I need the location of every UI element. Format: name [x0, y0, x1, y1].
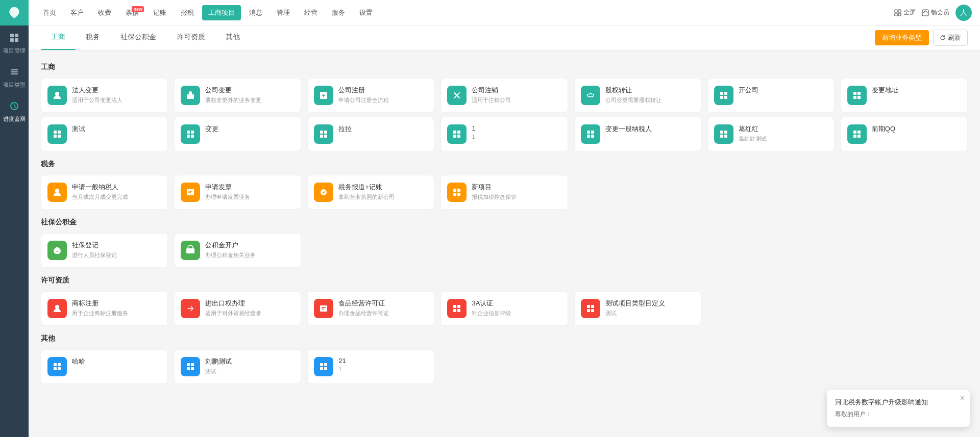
tab-shuiwu[interactable]: 税务	[76, 25, 110, 50]
card-mo-hong-hong[interactable]: 葛红红 葛红红测试	[707, 117, 835, 151]
card-desc-trademark: 用于企业商标注册服务	[72, 310, 128, 317]
card-liupeng-test[interactable]: 刘鹏测试 测试	[174, 349, 301, 384]
card-twentyone[interactable]: 21 1	[307, 349, 434, 384]
nav-manage[interactable]: 管理	[271, 5, 296, 20]
nav-message[interactable]: 消息	[243, 5, 268, 20]
card-title-3a-cert: 3A认证	[472, 299, 511, 308]
card-title-apply-tax: 申请一般纳税人	[72, 183, 128, 192]
svg-rect-75	[187, 363, 190, 366]
svg-rect-21	[857, 92, 861, 95]
card-change-address[interactable]: 变更地址	[841, 78, 968, 113]
svg-rect-56	[457, 189, 460, 192]
nav-settings[interactable]: 设置	[353, 5, 379, 20]
cards-grid-xuke: 商标注册 用于企业商标注册服务 进出口权办理 适用于对外贸易经营者	[41, 291, 968, 326]
card-gjj-open[interactable]: 公积金开户 办理公积金相关业务	[174, 233, 301, 268]
svg-rect-8	[895, 10, 897, 12]
svg-rect-82	[324, 367, 327, 370]
cards-grid-gongshang-row1: 法人变更 适用于公司变更法人 公司变更 股权变更外的业务变更	[41, 78, 968, 113]
card-company-change[interactable]: 公司变更 股权变更外的业务变更	[174, 78, 301, 113]
section-title-gongshang: 工商	[41, 63, 968, 72]
tab-xuke[interactable]: 许可资质	[166, 25, 215, 50]
sidebar-logo[interactable]	[0, 0, 29, 25]
card-title-company-register: 公司注册	[338, 86, 389, 95]
vip-button[interactable]: 畅会员	[922, 8, 949, 17]
card-legal-change[interactable]: 法人变更 适用于公司变更法人	[41, 78, 168, 113]
svg-rect-11	[898, 13, 901, 16]
svg-rect-45	[724, 131, 727, 134]
nav-tax[interactable]: 报税	[175, 5, 200, 20]
card-test-project-type[interactable]: 测试项目类型目定义 测试	[574, 291, 701, 326]
new-type-button[interactable]: 新增业务类型	[875, 30, 929, 45]
card-info-legal-change: 法人变更 适用于公司变更法人	[72, 86, 122, 104]
svg-rect-68	[591, 305, 594, 308]
fullscreen-button[interactable]: 全屏	[894, 8, 916, 17]
nav-service[interactable]: 服务	[326, 5, 351, 20]
card-icon-gjj-open	[181, 241, 200, 260]
nav-bizproject[interactable]: 工商项目	[202, 5, 241, 20]
card-desc-test-project-type: 测试	[605, 310, 665, 317]
card-trademark[interactable]: 商标注册 用于企业商标注册服务	[41, 291, 168, 326]
tab-gongshang[interactable]: 工商	[41, 25, 76, 50]
cards-grid-qita: 哈哈 刘鹏测试 测试	[41, 349, 968, 384]
card-3a-cert[interactable]: 3A认证 对企业信誉评级	[440, 291, 568, 326]
card-desc-new-project: 报税加税控盘保管	[472, 193, 517, 201]
svg-rect-32	[320, 131, 323, 134]
page-body: 工商 法人变更 适用于公司变更法人	[29, 50, 980, 396]
svg-rect-17	[724, 92, 727, 95]
sidebar-item-progress-monitor[interactable]: 进度监测	[0, 94, 29, 128]
card-icon-trademark	[47, 299, 67, 318]
card-tax-report[interactable]: 税务报道+记账 拿到营业执照的新公司	[307, 175, 434, 210]
card-apply-invoice[interactable]: 申请发票 办理申请发票业务	[174, 175, 301, 210]
refresh-icon	[940, 35, 946, 41]
nav-ticket[interactable]: 票据 new	[119, 5, 145, 20]
card-desc-import-export: 适用于对外贸易经营者	[205, 310, 261, 317]
svg-point-52	[55, 189, 59, 193]
card-open-company[interactable]: 开公司	[707, 78, 835, 113]
card-apply-tax[interactable]: 申请一般纳税人 当月或次月成变更完成	[41, 175, 168, 210]
notification-content: 尊敬的用户：	[835, 410, 962, 419]
svg-rect-23	[857, 96, 861, 99]
tab-shebao[interactable]: 社保公积金	[110, 25, 166, 50]
card-shebao-register[interactable]: 社保登记 进行人员社保登记	[41, 233, 168, 268]
sidebar-item-project-manage[interactable]: 项目管理	[0, 25, 29, 60]
card-info-company-register: 公司注册 申请公司注册全流程	[338, 86, 389, 104]
card-import-export[interactable]: 进出口权办理 适用于对外贸易经营者	[174, 291, 301, 326]
card-one[interactable]: 1 1	[440, 117, 568, 151]
card-food-license[interactable]: 食品经营许可证 办理食品经营许可证	[307, 291, 434, 326]
card-info-company-change: 公司变更 股权变更外的业务变更	[205, 86, 261, 104]
sub-header: 工商 税务 社保公积金 许可资质 其他 新增业务类型 刷新	[29, 25, 980, 50]
card-equity-transfer[interactable]: 股权转让 公司变更需要股权转让	[574, 78, 701, 113]
card-change[interactable]: 变更	[174, 117, 301, 151]
tab-qita[interactable]: 其他	[215, 25, 250, 50]
nav-customer[interactable]: 客户	[64, 5, 90, 20]
card-desc-legal-change: 适用于公司变更法人	[72, 96, 122, 104]
card-qianqi-qq[interactable]: 前期QQ	[841, 117, 968, 151]
nav-home[interactable]: 首页	[37, 5, 62, 20]
card-lala[interactable]: 拉拉	[307, 117, 434, 151]
nav-billing[interactable]: 收费	[92, 5, 117, 20]
nav-operation[interactable]: 经营	[298, 5, 324, 20]
cards-grid-gongshang-row2: 测试 变更	[41, 117, 968, 151]
svg-rect-80	[324, 363, 327, 366]
user-avatar[interactable]: 人	[955, 5, 972, 21]
card-new-project[interactable]: 新项目 报税加税控盘保管	[440, 175, 568, 210]
svg-rect-60	[189, 250, 191, 251]
svg-rect-38	[453, 135, 456, 138]
cards-grid-shuiwu: 申请一般纳税人 当月或次月成变更完成 申请发票 办理申请发票业务	[41, 175, 968, 210]
card-company-register[interactable]: 公司注册 申请公司注册全流程	[307, 78, 434, 113]
notification-close-button[interactable]: ×	[960, 394, 965, 403]
card-icon-change	[181, 124, 200, 144]
nav-accounting[interactable]: 记账	[147, 5, 173, 20]
card-icon-qianqi-qq	[847, 124, 867, 144]
card-company-cancel[interactable]: 公司注销 适用于注销公司	[440, 78, 568, 113]
card-title-new-project: 新项目	[472, 183, 517, 192]
sidebar-item-project-type[interactable]: 项目类型	[0, 60, 29, 94]
card-info-equity-transfer: 股权转让 公司变更需要股权转让	[605, 86, 662, 104]
card-desc-apply-tax: 当月或次月成变更完成	[72, 193, 128, 201]
refresh-button[interactable]: 刷新	[933, 30, 968, 46]
card-icon-legal-change	[47, 86, 67, 105]
card-icon-equity-transfer	[581, 86, 600, 105]
card-haha[interactable]: 哈哈	[41, 349, 168, 384]
card-change-tax[interactable]: 变更一般纳税人	[574, 117, 701, 151]
card-test[interactable]: 测试	[41, 117, 168, 151]
